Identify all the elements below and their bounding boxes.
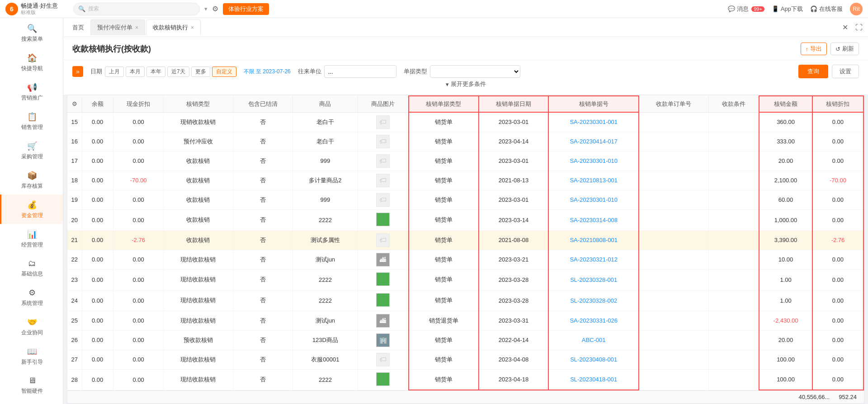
td-receipt-condition [708,290,759,311]
filter-date-custom[interactable]: 自定义 [212,67,236,77]
expand-conditions-button[interactable]: ▾ 展开更多条件 [446,80,486,88]
sidebar-item-operation[interactable]: 📊 经营管理 [0,224,63,253]
sidebar-item-system[interactable]: ⚙ 系统管理 [0,282,63,312]
td-goods-img: 🏷 [358,112,408,132]
tab-verify-close[interactable]: × [191,24,194,31]
td-include-settled: 否 [233,330,292,350]
hardware-icon: 🖥 [28,376,36,385]
td-verify-bill-no: SL-20230408-001 [548,350,638,369]
sidebar-item-marketing[interactable]: 📢 营销推广 [0,77,63,106]
td-receipt-condition [708,250,759,269]
td-cash-discount: 0.00 [113,250,163,269]
th-verify-bill-no: 核销单据号 [548,96,638,112]
filter-date-this-year[interactable]: 本年 [146,67,165,77]
sidebar-item-hardware[interactable]: 🖥 智能硬件 [0,371,63,399]
topbar-search[interactable]: 🔍 搜索 [73,3,200,15]
tab-prepay-label: 预付冲应付单 [97,24,132,32]
td-balance: 0.00 [82,311,113,330]
sales-icon: 📋 [27,112,37,122]
service-label: 在线客服 [819,5,843,13]
tab-maximize-btn[interactable]: ⛶ [854,21,864,33]
td-verify-amount: -2,430.00 [759,311,812,330]
td-verify-type: 现结收款核销 [164,250,233,269]
sidebar-label-quicknav: 快捷导航 [21,65,43,72]
td-cash-discount: 0.00 [113,190,163,209]
th-gear[interactable]: ⚙ [67,96,82,112]
sidebar-item-quicknav[interactable]: 🏠 快捷导航 [0,48,63,77]
td-verify-bill-type: 销货单 [409,209,479,230]
sidebar-item-guide[interactable]: 📖 新手引导 [0,341,63,371]
verify-bill-no-link[interactable]: ABC-001 [582,337,606,343]
verify-bill-no-link[interactable]: SL-20230418-001 [570,376,617,383]
td-verify-type: 收款核销 [164,190,233,209]
trial-button[interactable]: 体验行业方案 [223,3,269,15]
refresh-button[interactable]: ↺ 刷新 [830,43,859,55]
verify-bill-no-link[interactable]: SA-20210808-001 [570,237,618,243]
filter-date-range-item: 不限 至 2023-07-26 [244,68,291,76]
td-verify-bill-date: 2023-03-14 [479,209,549,230]
filter-date-last-month[interactable]: 上月 [105,67,124,77]
settings-button[interactable]: 设置 [832,65,859,78]
sidebar-item-finance[interactable]: 💰 资金管理 [0,195,63,224]
sidebar-item-purchase[interactable]: 🛒 采购管理 [0,136,63,165]
tab-prepay-close[interactable]: × [135,24,138,31]
verify-bill-no-link[interactable]: SA-20230301-001 [570,119,618,125]
td-balance: 0.00 [82,230,113,250]
filter-date-label: 日期 [90,67,102,76]
td-no: 28 [67,369,82,390]
verify-bill-no-link[interactable]: SA-20210813-001 [570,177,618,184]
td-goods: 老白干 [292,132,358,151]
filter-expand-button[interactable]: » [72,66,83,77]
td-verify-type: 现结收款核销 [164,311,233,330]
tab-verify[interactable]: 收款核销执行 × [146,19,201,35]
td-verify-discount: 0.00 [812,209,863,230]
sidebar-item-inventory[interactable]: 📦 库存核算 [0,165,63,195]
sidebar-item-wechat[interactable]: 💬 企业微信 [0,399,63,404]
verify-bill-no-link[interactable]: SA-20230301-010 [570,157,618,164]
tab-home[interactable]: 首页 [67,20,90,35]
verify-bill-no-link[interactable]: SL-20230408-001 [570,356,617,363]
user-avatar[interactable]: Rit [850,3,863,15]
filter-voucher-type-select[interactable] [430,65,520,78]
verify-bill-no-link[interactable]: SA-20230321-012 [570,256,618,263]
messages-item[interactable]: 💬 消息 99+ [728,5,764,13]
table-row: 19 0.00 0.00 收款核销 否 999 🏷 销货单 2023-03-01… [67,190,863,209]
app-icon: 📱 [772,5,779,12]
online-service-item[interactable]: 🎧 在线客服 [810,5,843,13]
td-verify-bill-no: SA-20230301-010 [548,190,638,209]
td-goods: 2222 [292,290,358,311]
td-verify-amount: 1.00 [759,269,812,290]
app-download-item[interactable]: 📱 App下载 [772,5,803,13]
sidebar-item-enterprise[interactable]: 🤝 企业协同 [0,312,63,341]
td-cash-discount: 0.00 [113,151,163,171]
goods-image: 🏢 [376,333,390,347]
logo: 6 畅捷通·好生意 标准版 [5,2,69,15]
td-cash-discount: 0.00 [113,112,163,132]
app-download-label: App下载 [781,5,803,13]
verify-bill-no-link[interactable]: SA-20230301-010 [570,196,618,203]
verify-bill-no-link[interactable]: SA-20230331-026 [570,317,618,324]
sidebar-item-search[interactable]: 🔍 搜索菜单 [0,18,63,48]
filter-date-7days[interactable]: 近7天 [167,67,189,77]
filter-date-more[interactable]: 更多 [191,67,210,77]
sidebar-item-basic[interactable]: 🗂 基础信息 [0,253,63,282]
tab-prepay[interactable]: 预付冲应付单 × [90,19,145,35]
td-goods: 2222 [292,269,358,290]
sidebar-item-sales[interactable]: 📋 销售管理 [0,106,63,136]
filter-counterparty-input[interactable] [324,65,396,78]
topbar-chevron-icon[interactable]: ▾ [204,5,208,12]
td-goods-img: 🏙 [358,250,408,269]
tab-close-all-btn[interactable]: ✕ [840,21,850,33]
verify-bill-no-link[interactable]: SA-20230314-008 [570,217,618,223]
topbar-gear-icon[interactable]: ⚙ [212,5,218,13]
filter-date-this-month[interactable]: 本月 [126,67,145,77]
verify-bill-no-link[interactable]: SL-20230328-002 [570,297,617,304]
td-verify-discount: -2.76 [812,230,863,250]
filter-date-btns: 上月 本月 本年 近7天 更多 自定义 [105,67,236,77]
th-verify-type: 核销类型 [164,96,233,112]
table-row: 27 0.00 0.00 现结收款核销 否 衣服00001 🏷 销货单 2023… [67,350,863,369]
verify-bill-no-link[interactable]: SA-20230414-017 [570,138,618,145]
export-button[interactable]: ↑ 导出 [801,43,827,55]
query-button[interactable]: 查询 [798,65,828,78]
verify-bill-no-link[interactable]: SL-20230328-001 [570,276,617,283]
